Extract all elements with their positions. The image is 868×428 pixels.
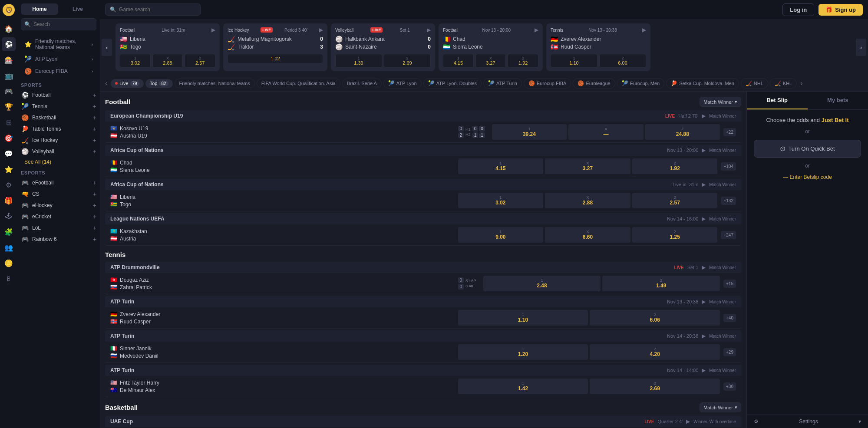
euro-u19-header[interactable]: European Championship U19 LIVE Half 2 70… xyxy=(105,110,741,122)
betslip-tab-betslip[interactable]: Bet Slip xyxy=(747,92,808,109)
sidebar-sport-icehockey[interactable]: 🏒 Ice Hockey + xyxy=(17,135,100,146)
filter-chip-friendly[interactable]: Friendly matches, National teams xyxy=(175,79,255,88)
odd-1-kazakh[interactable]: 19.00 xyxy=(458,227,544,243)
more-badge-0[interactable]: +22 xyxy=(723,128,736,136)
odd-x-chad[interactable]: X3.27 xyxy=(545,158,630,174)
odd-1-zverev[interactable]: 11.10 xyxy=(458,310,588,326)
card3-odd1[interactable]: 14.15 xyxy=(443,54,474,68)
app-logo[interactable]: 🦁 xyxy=(2,3,15,16)
odd-1-fritz[interactable]: 11.42 xyxy=(458,379,588,394)
sidebar-sport-football[interactable]: ⚽ Football + xyxy=(17,89,100,101)
nav-games-icon[interactable]: 🕹 xyxy=(2,209,16,223)
filter-chip-brazil[interactable]: Brazil. Serie A xyxy=(342,79,382,88)
nav-casino-icon[interactable]: 🎰 xyxy=(2,53,16,67)
lol-add-icon[interactable]: + xyxy=(93,224,96,231)
odd-2-fritz[interactable]: 22.69 xyxy=(590,379,720,394)
sidebar-sport-tennis[interactable]: 🎾 Tennis + xyxy=(17,101,100,112)
more-badge-chad[interactable]: +104 xyxy=(721,162,736,171)
odd-2-sinner[interactable]: 24.20 xyxy=(590,344,720,360)
nav-puzzle-icon[interactable]: 🧩 xyxy=(2,225,16,239)
more-badge-fritz[interactable]: +30 xyxy=(723,382,736,391)
filter-chip-euroleague[interactable]: 🏀Euroleague xyxy=(573,78,615,89)
sidebar-esport-cs[interactable]: 🔫 CS + xyxy=(17,188,100,200)
sidebar-item-atplyon[interactable]: 🎾 ATP Lyon › xyxy=(21,53,96,65)
nav-trophy-icon[interactable]: 🏆 xyxy=(2,100,16,114)
nav-target-icon[interactable]: 🎯 xyxy=(2,131,16,145)
signup-button[interactable]: 🎁 Sign up xyxy=(818,4,863,16)
more-badge-zverev[interactable]: +40 xyxy=(723,314,736,322)
cs-add-icon[interactable]: + xyxy=(93,191,96,198)
more-badge-liberia[interactable]: +132 xyxy=(721,197,736,205)
football-market-selector[interactable]: Match Winner ▾ xyxy=(700,97,741,107)
odd-1-euro-u19[interactable]: 139.24 xyxy=(492,124,567,140)
live-card-4[interactable]: Tennis Nov 13 - 20:38 ▶ 🇩🇪Zverev Alexand… xyxy=(546,23,650,71)
odd-2-euro-u19[interactable]: 224.88 xyxy=(645,124,720,140)
search-input[interactable] xyxy=(119,7,184,13)
sidebar-esport-ehockey[interactable]: 🎮 eHockey + xyxy=(17,200,100,211)
africa-cup1-header[interactable]: Africa Cup of Nations Nov 13 - 20:00 ▶ M… xyxy=(105,145,741,156)
icehockey-add-icon[interactable]: + xyxy=(93,137,96,144)
atp-drum-header[interactable]: ATP Drummondville LIVE Set 1 ▶ Match Win… xyxy=(105,262,741,273)
filter-chip-atpturin[interactable]: 🎾ATP Turin xyxy=(483,78,522,89)
sidebar-search-input[interactable] xyxy=(21,18,96,30)
see-all-sports[interactable]: See All (14) xyxy=(17,157,100,167)
tennis-add-icon[interactable]: + xyxy=(93,103,96,110)
nav-chat-icon[interactable]: 💬 xyxy=(2,147,16,161)
card0-odd2[interactable]: 22.57 xyxy=(185,54,215,68)
filter-chip-setka[interactable]: 🏓Setka Cup. Moldova. Men xyxy=(666,78,739,89)
nav-home-icon[interactable]: 🏠 xyxy=(2,22,16,36)
live-card-3[interactable]: Football Nov 13 - 20:00 ▶ 🇹🇩Chad 🇸🇱Sierr… xyxy=(439,23,543,71)
betslip-code[interactable]: — Enter Betslip code xyxy=(783,174,832,180)
filter-chip-eurocupfiba[interactable]: 🏀Eurocup FIBA xyxy=(524,78,571,89)
tabletennis-add-icon[interactable]: + xyxy=(93,125,96,132)
sidebar-sport-basketball[interactable]: 🏀 Basketball + xyxy=(17,112,100,123)
sidebar-sport-volleyball[interactable]: 🏐 Volleyball + xyxy=(17,146,100,157)
nav-coin-icon[interactable]: 🪙 xyxy=(2,256,16,270)
card4-odd2[interactable]: 26.06 xyxy=(599,54,646,68)
basketball-add-icon[interactable]: + xyxy=(93,114,96,121)
card0-odd1[interactable]: 13.02 xyxy=(120,54,151,68)
cards-nav-right[interactable]: › xyxy=(856,39,866,56)
filter-chip-nhl[interactable]: 🏒NHL xyxy=(741,78,768,89)
card4-odd1[interactable]: 11.10 xyxy=(551,54,597,68)
odd-2-dougaz[interactable]: 21.49 xyxy=(602,276,720,291)
odd-1-chad[interactable]: 14.15 xyxy=(458,158,544,174)
nav-grid-icon[interactable]: ⊞ xyxy=(2,115,16,129)
more-badge-sinner[interactable]: +29 xyxy=(723,348,736,356)
live-card-1[interactable]: Ice Hockey LIVE Period 3 40' ▶ 🏒Metallur… xyxy=(223,23,327,71)
card1-odd1[interactable]: 1.02 xyxy=(228,54,323,63)
filter-nav-right[interactable]: › xyxy=(799,79,804,88)
atp-turin2-header[interactable]: ATP Turin Nov 14 - 20:38 ▶ Match Winner xyxy=(105,330,741,342)
volleyball-add-icon[interactable]: + xyxy=(93,148,96,155)
football-add-icon[interactable]: + xyxy=(93,92,96,99)
ecricket-add-icon[interactable]: + xyxy=(93,213,96,220)
basketball-market-selector[interactable]: Match Winner ▾ xyxy=(700,402,741,412)
nav-gift-icon[interactable]: 🎁 xyxy=(2,194,16,207)
card2-odd1[interactable]: 11.39 xyxy=(335,54,382,68)
odd-1-dougaz[interactable]: 12.48 xyxy=(483,276,601,291)
nav-sports-icon[interactable]: ⚽ xyxy=(2,37,16,51)
atp-turin3-header[interactable]: ATP Turin Nov 14 - 14:00 ▶ Match Winner xyxy=(105,365,741,376)
nav-bitcoin-icon[interactable]: ₿ xyxy=(2,272,16,286)
filter-chip-atplyon[interactable]: 🎾ATP Lyon xyxy=(383,78,422,89)
live-card-2[interactable]: Volleyball LIVE Set 1 ▶ 🏐Halkbank Ankara… xyxy=(331,23,435,71)
filter-nav-left[interactable]: ‹ xyxy=(103,79,109,88)
sidebar-item-eurocup[interactable]: 🏀 Eurocup FIBA › xyxy=(21,65,96,77)
sidebar-sport-tabletennis[interactable]: 🏓 Table Tennis + xyxy=(17,123,100,135)
sidebar-esport-lol[interactable]: 🎮 LoL + xyxy=(17,222,100,234)
sidebar-tab-live[interactable]: Live xyxy=(59,3,96,15)
filter-chip-live[interactable]: Live 79 xyxy=(111,79,143,88)
uae-cup-header[interactable]: UAE Cup LIVE Quarter 2 4' ▶ Winner. With… xyxy=(105,416,741,427)
odd-x-kazakh[interactable]: X6.60 xyxy=(545,227,630,243)
nav-star-icon[interactable]: ⭐ xyxy=(2,162,16,176)
card0-oddx[interactable]: X2.88 xyxy=(152,54,183,68)
odd-2-chad[interactable]: 21.92 xyxy=(632,158,718,174)
nav-esports-icon[interactable]: 🎮 xyxy=(2,84,16,98)
filter-chip-top[interactable]: Top 82 xyxy=(145,79,173,88)
league-nations-header[interactable]: League Nations UEFA Nov 14 - 16:00 ▶ Mat… xyxy=(105,213,741,224)
sidebar-item-friendly[interactable]: ⭐ Friendly matches, National teams › xyxy=(21,36,96,53)
sidebar-esport-efootball[interactable]: 🎮 eFootball + xyxy=(17,177,100,188)
card3-odd2[interactable]: 21.92 xyxy=(508,54,538,68)
nav-live-icon[interactable]: 📺 xyxy=(2,69,16,82)
ehockey-add-icon[interactable]: + xyxy=(93,202,96,209)
